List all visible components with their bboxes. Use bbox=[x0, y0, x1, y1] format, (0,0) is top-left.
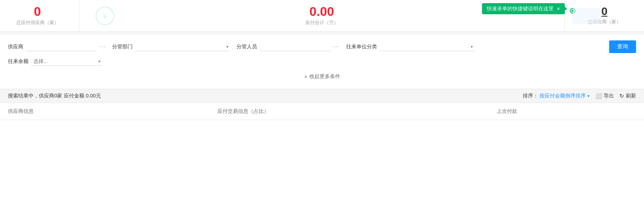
unit-class-label: 往来单位分类 bbox=[346, 43, 377, 50]
payable-suppliers-label: 总应付供应商（家） bbox=[16, 19, 59, 26]
table-col-header-transaction: 应付交易信息（占比） bbox=[217, 108, 497, 115]
balance-select-wrap: ▾ bbox=[31, 57, 102, 66]
filter-supplier: 供应商 ··· bbox=[8, 42, 106, 51]
stat-card-total-suppliers: 0 总供应商（家） bbox=[565, 0, 644, 31]
filter-row-1: 供应商 ··· 分管部门 ▾ 分管人员 ··· 往来单位分类 ▾ bbox=[8, 40, 636, 53]
department-input[interactable] bbox=[135, 42, 230, 51]
filter-department: 分管部门 ▾ bbox=[112, 42, 230, 51]
payable-total-label: 应付合计（万） bbox=[305, 19, 339, 26]
shortcut-tooltip-text: 快速录单的快捷键说明在这里 bbox=[487, 5, 554, 12]
supplier-icon-placeholder bbox=[573, 8, 600, 24]
department-label: 分管部门 bbox=[112, 43, 133, 50]
department-select-wrap: ▾ bbox=[135, 42, 230, 51]
supplier-input[interactable] bbox=[26, 42, 97, 51]
table-col-header-lastpay: 上次付款 bbox=[497, 108, 636, 115]
filter-row-2: 往来余额 ▾ bbox=[8, 57, 636, 66]
supplier-label: 供应商 bbox=[8, 43, 23, 50]
supplier-dots[interactable]: ··· bbox=[99, 43, 106, 50]
collapse-bar: ∧ 收起更多条件 bbox=[8, 70, 636, 85]
balance-input[interactable] bbox=[31, 57, 102, 66]
person-input[interactable] bbox=[259, 42, 331, 51]
payable-icon: ¥ bbox=[95, 6, 115, 26]
top-panel: 0 总应付供应商（家） ¥ 0.00 应付合计（万） 快速录单的快捷键说明在这里… bbox=[0, 0, 644, 32]
unit-class-select-wrap: ▾ bbox=[379, 42, 474, 51]
svg-text:¥: ¥ bbox=[102, 11, 107, 20]
result-actions: 排序： 按应付会额倒序排序 ▾ ⬜ 导出 ↻ 刷新 bbox=[523, 92, 636, 99]
stat-card-payable-suppliers: 0 总应付供应商（家） bbox=[0, 0, 79, 31]
filter-panel: 供应商 ··· 分管部门 ▾ 分管人员 ··· 往来单位分类 ▾ bbox=[0, 35, 644, 89]
payable-suppliers-number: 0 bbox=[34, 5, 41, 18]
collapse-button[interactable]: ∧ 收起更多条件 bbox=[298, 71, 347, 82]
table-col-header-supplier: 供应商信息 bbox=[8, 108, 217, 115]
table-body bbox=[0, 120, 644, 204]
result-bar: 搜索结果中，供应商0家 应付金额 0.00元 排序： 按应付会额倒序排序 ▾ ⬜… bbox=[0, 89, 644, 103]
sort-chevron-icon: ▾ bbox=[587, 93, 590, 98]
table-header: 供应商信息 应付交易信息（占比） 上次付款 bbox=[0, 103, 644, 120]
export-icon: ⬜ bbox=[595, 93, 602, 99]
refresh-button[interactable]: ↻ 刷新 bbox=[619, 92, 636, 99]
person-dots[interactable]: ··· bbox=[333, 43, 339, 50]
balance-label: 往来余额 bbox=[8, 58, 29, 65]
filter-balance: 往来余额 ▾ bbox=[8, 57, 102, 66]
refresh-icon: ↻ bbox=[619, 93, 624, 99]
collapse-chevron-icon: ∧ bbox=[304, 74, 307, 79]
query-button[interactable]: 查询 bbox=[609, 40, 636, 53]
unit-class-input[interactable] bbox=[379, 42, 474, 51]
filter-person: 分管人员 ··· bbox=[236, 42, 339, 51]
payable-total-number: 0.00 bbox=[309, 5, 334, 18]
sort-select[interactable]: 按应付会额倒序排序 bbox=[539, 93, 586, 99]
person-label: 分管人员 bbox=[236, 43, 257, 50]
tooltip-close-btn[interactable]: × bbox=[557, 6, 560, 11]
total-suppliers-number[interactable]: 0 bbox=[601, 6, 608, 17]
shortcut-tooltip: 快速录单的快捷键说明在这里 × bbox=[482, 3, 565, 14]
result-info-text: 搜索结果中，供应商0家 应付金额 0.00元 bbox=[8, 92, 101, 99]
export-button[interactable]: ⬜ 导出 bbox=[595, 92, 614, 99]
sort-label: 排序： 按应付会额倒序排序 ▾ bbox=[523, 92, 590, 99]
collapse-label: 收起更多条件 bbox=[309, 73, 340, 80]
filter-unit-class: 往来单位分类 ▾ bbox=[346, 42, 474, 51]
